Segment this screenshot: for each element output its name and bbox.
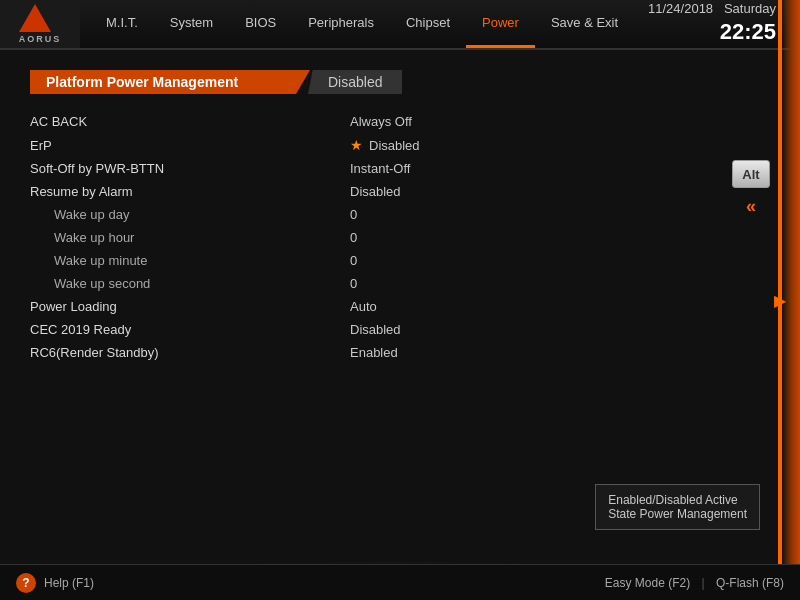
easy-mode-label[interactable]: Easy Mode (F2) xyxy=(605,576,690,590)
tooltip-line2: State Power Management xyxy=(608,507,747,521)
setting-value: 0 xyxy=(350,230,357,245)
setting-value: 0 xyxy=(350,253,357,268)
setting-row[interactable]: Soft-Off by PWR-BTTNInstant-Off xyxy=(30,157,770,180)
setting-row[interactable]: Resume by AlarmDisabled xyxy=(30,180,770,203)
footer: ? Help (F1) Easy Mode (F2) | Q-Flash (F8… xyxy=(0,564,800,600)
help-icon: ? xyxy=(16,573,36,593)
setting-row[interactable]: AC BACKAlways Off xyxy=(30,110,770,133)
section-value: Disabled xyxy=(308,70,402,94)
setting-value: ★Disabled xyxy=(350,137,420,153)
setting-value: Auto xyxy=(350,299,377,314)
setting-label: Wake up second xyxy=(30,276,350,291)
nav-item-system[interactable]: System xyxy=(154,0,229,48)
setting-label: AC BACK xyxy=(30,114,350,129)
setting-row[interactable]: Wake up second0 xyxy=(30,272,770,295)
setting-label: Wake up minute xyxy=(30,253,350,268)
footer-left: ? Help (F1) xyxy=(16,573,94,593)
setting-label: ErP xyxy=(30,138,350,153)
setting-label: Wake up day xyxy=(30,207,350,222)
tooltip-line1: Enabled/Disabled Active xyxy=(608,493,737,507)
section-title: Platform Power Management xyxy=(30,70,310,94)
right-scroll-arrow[interactable]: ▶ xyxy=(774,291,786,310)
main-nav: M.I.T. System BIOS Peripherals Chipset P… xyxy=(80,0,648,48)
setting-value: Disabled xyxy=(350,184,401,199)
setting-label: Wake up hour xyxy=(30,230,350,245)
setting-label: CEC 2019 Ready xyxy=(30,322,350,337)
sidebar-buttons: Alt « xyxy=(732,160,770,220)
section-header: Platform Power Management Disabled xyxy=(30,70,770,94)
setting-value: Disabled xyxy=(350,322,401,337)
time-text: 22:25 xyxy=(648,18,776,47)
nav-item-bios[interactable]: BIOS xyxy=(229,0,292,48)
setting-label: Resume by Alarm xyxy=(30,184,350,199)
setting-value: Enabled xyxy=(350,345,398,360)
logo-text: AORUS xyxy=(19,34,62,44)
day-text: Saturday xyxy=(724,1,776,16)
nav-item-mit[interactable]: M.I.T. xyxy=(90,0,154,48)
setting-value: Instant-Off xyxy=(350,161,410,176)
setting-row[interactable]: ErP★Disabled xyxy=(30,133,770,157)
nav-item-power[interactable]: Power xyxy=(466,0,535,48)
setting-label: Power Loading xyxy=(30,299,350,314)
setting-value: 0 xyxy=(350,207,357,222)
tooltip-box: Enabled/Disabled Active State Power Mana… xyxy=(595,484,760,530)
main-content: Platform Power Management Disabled AC BA… xyxy=(0,50,800,374)
setting-label: Soft-Off by PWR-BTTN xyxy=(30,161,350,176)
nav-item-save-exit[interactable]: Save & Exit xyxy=(535,0,634,48)
logo-area: AORUS xyxy=(0,0,80,48)
setting-row[interactable]: Wake up minute0 xyxy=(30,249,770,272)
footer-right: Easy Mode (F2) | Q-Flash (F8) xyxy=(605,576,784,590)
setting-value: 0 xyxy=(350,276,357,291)
star-icon: ★ xyxy=(350,137,363,153)
header: AORUS M.I.T. System BIOS Peripherals Chi… xyxy=(0,0,800,50)
chevron-button[interactable]: « xyxy=(732,192,770,220)
logo-triangle xyxy=(19,4,51,32)
setting-value: Always Off xyxy=(350,114,412,129)
setting-row[interactable]: Wake up day0 xyxy=(30,203,770,226)
nav-item-chipset[interactable]: Chipset xyxy=(390,0,466,48)
setting-row[interactable]: Wake up hour0 xyxy=(30,226,770,249)
qflash-label[interactable]: Q-Flash (F8) xyxy=(716,576,784,590)
footer-separator: | xyxy=(702,576,705,590)
help-label: Help (F1) xyxy=(44,576,94,590)
setting-row[interactable]: RC6(Render Standby)Enabled xyxy=(30,341,770,364)
nav-item-peripherals[interactable]: Peripherals xyxy=(292,0,390,48)
alt-button[interactable]: Alt xyxy=(732,160,770,188)
setting-label: RC6(Render Standby) xyxy=(30,345,350,360)
settings-table: AC BACKAlways OffErP★DisabledSoft-Off by… xyxy=(30,110,770,364)
setting-row[interactable]: CEC 2019 ReadyDisabled xyxy=(30,318,770,341)
date-text: 11/24/2018 xyxy=(648,1,713,16)
setting-row[interactable]: Power LoadingAuto xyxy=(30,295,770,318)
